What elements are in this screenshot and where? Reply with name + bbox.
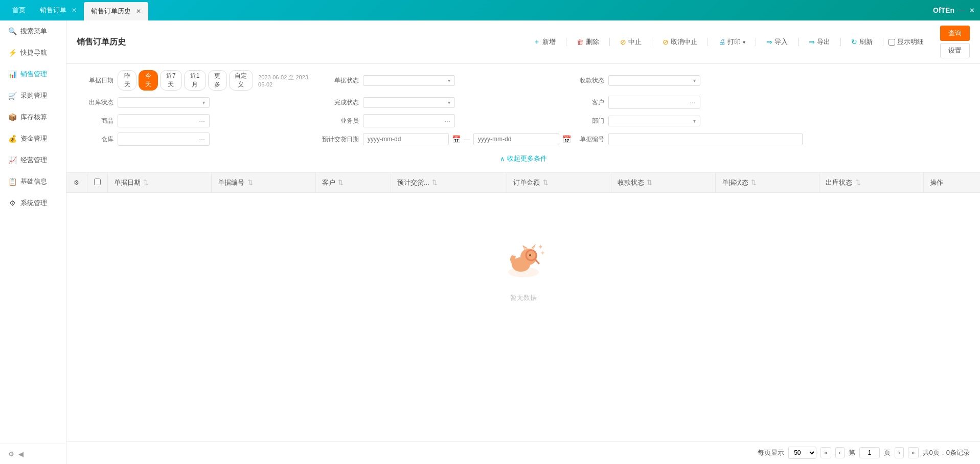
per-page-select[interactable]: 50 20 100 <box>788 447 816 459</box>
salesman-input[interactable]: ··· <box>363 114 455 127</box>
order-no-input[interactable] <box>608 133 803 145</box>
empty-state-icon: ✦ ✦ <box>498 234 549 285</box>
status-select[interactable]: ▾ <box>363 75 455 86</box>
tab-sales-history[interactable]: 销售订单历史 ✕ <box>84 2 148 20</box>
th-customer-label: 客户 <box>322 179 335 186</box>
tab-sales-history-close[interactable]: ✕ <box>136 8 141 15</box>
import-button[interactable]: ⇒ 导入 <box>761 35 793 49</box>
tab-sales-order-close[interactable]: ✕ <box>72 7 77 14</box>
th-order-no[interactable]: 单据编号 ⇅ <box>212 173 316 193</box>
sidebar-collapse-icon[interactable]: ◀ <box>18 450 24 458</box>
complete-label: 完成状态 <box>322 98 363 107</box>
date-btn-custom[interactable]: 自定义 <box>229 70 253 91</box>
import-icon: ⇒ <box>766 38 772 46</box>
sidebar-item-search[interactable]: 🔍 搜索菜单 <box>0 20 66 42</box>
last-page-button[interactable]: » <box>908 447 919 458</box>
th-payment-status[interactable]: 收款状态 ⇅ <box>611 173 716 193</box>
display-toggle-checkbox[interactable] <box>888 39 895 46</box>
per-page-label: 每页显示 <box>758 448 784 457</box>
th-outbound-status[interactable]: 出库状态 ⇅ <box>819 173 924 193</box>
refresh-button[interactable]: ↻ 刷新 <box>846 35 878 49</box>
th-delivery[interactable]: 预计交货... ⇅ <box>391 173 507 193</box>
date-filter: 昨天 今天 近7天 近1月 更多 自定义 2023-06-02 至 2023-0… <box>118 70 312 91</box>
sidebar-item-purchase[interactable]: 🛒 采购管理 <box>0 85 66 106</box>
print-button[interactable]: 🖨 打印 ▾ <box>713 35 750 49</box>
search-menu-icon: 🔍 <box>8 27 16 35</box>
table-container: ⚙ 单据日期 ⇅ 单据编号 ⇅ 客户 <box>66 173 980 441</box>
total-info: 共0页，0条记录 <box>923 448 970 457</box>
sidebar-item-basic-info-label: 基础信息 <box>20 177 47 186</box>
collapse-button[interactable]: ∧ 收起更多条件 <box>77 151 970 166</box>
th-order-status[interactable]: 单据状态 ⇅ <box>715 173 819 193</box>
th-amount[interactable]: 订单金额 ⇅ <box>507 173 611 193</box>
th-customer[interactable]: 客户 ⇅ <box>315 173 391 193</box>
tab-home[interactable]: 查询 首页 <box>5 0 33 20</box>
first-page-button[interactable]: « <box>821 447 831 458</box>
empty-text: 暂无数据 <box>510 293 537 302</box>
sidebar-item-quick-nav-label: 快捷导航 <box>20 48 47 57</box>
export-button[interactable]: ⇒ 导出 <box>804 35 835 49</box>
sidebar-item-operations[interactable]: 📈 经营管理 <box>0 149 66 171</box>
warehouse-dots-icon: ··· <box>199 135 205 143</box>
payment-select[interactable]: ▾ <box>608 75 700 86</box>
sidebar-item-sales[interactable]: 📊 销售管理 <box>0 63 66 85</box>
delete-button[interactable]: 🗑 删除 <box>572 35 604 49</box>
th-payment-status-label: 收款状态 <box>618 179 644 186</box>
goods-label: 商品 <box>77 117 118 125</box>
sidebar-settings-icon[interactable]: ⚙ <box>8 450 14 458</box>
date-btn-1month[interactable]: 近1月 <box>184 70 206 91</box>
content-area: 销售订单历史 ＋ 新增 🗑 删除 ⊘ 中止 ⊘ <box>66 20 980 464</box>
warehouse-filter: ··· <box>118 132 312 146</box>
minimize-icon[interactable]: — <box>959 7 965 14</box>
purchase-icon: 🛒 <box>8 92 16 100</box>
query-button[interactable]: 查询 <box>940 26 970 41</box>
dept-select[interactable]: ▾ <box>608 116 700 126</box>
status-arrow-icon: ▾ <box>448 78 450 83</box>
sidebar-item-basic-info[interactable]: 📋 基础信息 <box>0 171 66 192</box>
filter-row-4: 仓库 ··· 预计交货日期 📅 — 📅 <box>77 132 970 146</box>
page-header: 销售订单历史 ＋ 新增 🗑 删除 ⊘ 中止 ⊘ <box>66 20 980 64</box>
date-range-text: 2023-06-02 至 2023-06-02 <box>258 74 312 87</box>
date-btn-yesterday[interactable]: 昨天 <box>118 70 136 91</box>
prev-page-button[interactable]: ‹ <box>835 447 845 458</box>
sidebar-item-inventory[interactable]: 📦 库存核算 <box>0 106 66 128</box>
delivery-date-from[interactable] <box>363 133 449 145</box>
sidebar-item-quick-nav[interactable]: ⚡ 快捷导航 <box>0 42 66 63</box>
date-btn-more[interactable]: 更多 <box>208 70 227 91</box>
tab-sales-order[interactable]: 销售订单 ✕ <box>33 0 84 20</box>
th-checkbox[interactable] <box>87 173 107 193</box>
customer-input[interactable]: ··· <box>608 96 700 109</box>
display-toggle[interactable]: 显示明细 <box>888 37 924 47</box>
operations-icon: 📈 <box>8 156 16 164</box>
th-settings[interactable]: ⚙ <box>66 173 87 193</box>
delivery-date-range: 📅 — 📅 <box>363 133 571 145</box>
complete-arrow-icon: ▾ <box>448 100 450 105</box>
main-layout: 🔍 搜索菜单 ⚡ 快捷导航 📊 销售管理 🛒 采购管理 📦 库存核算 💰 资金管… <box>0 20 980 464</box>
th-date[interactable]: 单据日期 ⇅ <box>107 173 212 193</box>
divider-2 <box>609 38 610 46</box>
system-icon: ⚙ <box>8 199 16 207</box>
close-window-icon[interactable]: ✕ <box>969 7 975 14</box>
divider-3 <box>652 38 652 46</box>
sidebar-item-finance[interactable]: 💰 资金管理 <box>0 128 66 149</box>
warehouse-input[interactable]: ··· <box>118 132 210 146</box>
settings-button[interactable]: 设置 <box>940 43 970 58</box>
cancel-stop-button[interactable]: ⊘ 取消中止 <box>657 35 702 49</box>
date-btn-7days[interactable]: 近7天 <box>160 70 182 91</box>
select-all-checkbox[interactable] <box>94 179 101 185</box>
page-number-input[interactable] <box>859 447 880 458</box>
filter-row-3: 商品 ··· 业务员 ··· 部门 <box>77 114 970 127</box>
next-page-button[interactable]: › <box>895 447 904 458</box>
outbound-select[interactable]: ▾ <box>118 97 210 108</box>
tab-home-text: 首页 <box>12 6 26 15</box>
new-button[interactable]: ＋ 新增 <box>528 35 561 49</box>
complete-select[interactable]: ▾ <box>363 97 455 108</box>
sidebar-item-system[interactable]: ⚙ 系统管理 <box>0 192 66 214</box>
delivery-date-to[interactable] <box>473 133 559 145</box>
toolbar: ＋ 新增 🗑 删除 ⊘ 中止 ⊘ 取消中止 <box>528 26 970 58</box>
stop-button[interactable]: ⊘ 中止 <box>615 35 647 49</box>
th-amount-label: 订单金额 <box>513 179 540 186</box>
date-btn-today[interactable]: 今天 <box>139 70 157 91</box>
delivery-cal-from-icon[interactable]: 📅 <box>452 135 461 143</box>
goods-input[interactable]: ··· <box>118 114 210 127</box>
